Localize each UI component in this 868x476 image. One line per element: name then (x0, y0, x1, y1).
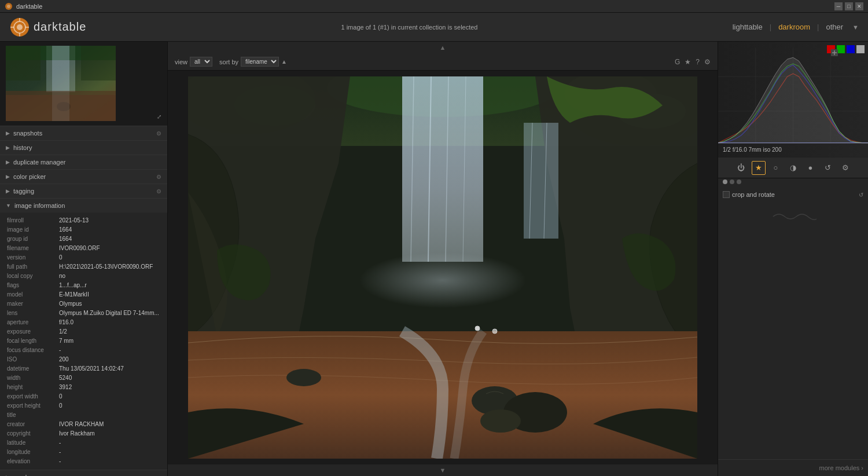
panel-history-header[interactable]: ▶ history (0, 141, 167, 155)
history-label: history (13, 144, 32, 151)
bottom-collapse-arrow[interactable]: ▼ (168, 464, 718, 476)
thumbnail-svg (6, 46, 116, 121)
aperture-label: aperture (6, 318, 58, 327)
darktable-logo (9, 17, 30, 38)
localcopy-value: no (58, 272, 161, 281)
view-control: view all (175, 57, 212, 67)
sort-label: sort by (219, 58, 238, 65)
right-dots-row (718, 178, 868, 185)
app-icon (5, 2, 13, 10)
tagging-settings-icon[interactable]: ⚙ (156, 188, 161, 195)
histogram-channel-buttons (830, 49, 838, 57)
info-row-version: version 0 (6, 253, 161, 262)
filmstrip-star-icon[interactable]: ★ (685, 58, 691, 66)
module-crop-enable[interactable] (723, 191, 730, 198)
imageid-label: image id (6, 225, 58, 235)
svg-point-36 (480, 409, 521, 433)
filmstrip-settings-icon[interactable]: ⚙ (704, 58, 711, 66)
titlebar-controls[interactable]: ─ □ ✕ (834, 2, 863, 10)
maximize-button[interactable]: □ (845, 2, 853, 10)
panel-snapshots-header[interactable]: ▶ snapshots ⚙ (0, 126, 167, 140)
tagging-label: tagging (13, 188, 34, 195)
histogram-svg (718, 42, 868, 158)
tool-settings-button[interactable]: ⚙ (838, 161, 852, 175)
panel-mask-manager: ▶ mask manager (0, 470, 167, 476)
info-row-datetime: datetime Thu 13/05/2021 14:02:47 (6, 364, 161, 374)
close-button[interactable]: ✕ (855, 2, 863, 10)
panel-tagging-header[interactable]: ▶ tagging ⚙ (0, 184, 167, 198)
tool-power-button[interactable]: ⏻ (734, 161, 748, 175)
lens-value: Olympus M.Zuiko Digital ED 7-14mm... (58, 309, 161, 318)
info-row-elevation: elevation - (6, 457, 161, 466)
thumbnail-expand-icon[interactable]: ⤢ (157, 113, 161, 120)
nav-lighttable[interactable]: lighttable (733, 23, 763, 31)
tool-circle2-button[interactable]: ● (804, 161, 818, 175)
titlebar-title: darktable (16, 3, 42, 10)
title-value (58, 411, 161, 420)
more-modules[interactable]: more modules › (718, 459, 868, 476)
maker-label: maker (6, 299, 58, 309)
main-image (188, 76, 697, 459)
filmstrip-help-icon[interactable]: ? (696, 58, 700, 66)
histogram-white-button[interactable] (856, 45, 865, 53)
nav-other[interactable]: other (826, 23, 843, 31)
flags-label: flags (6, 281, 58, 290)
exportheight-label: export height (6, 401, 58, 411)
info-row-filmroll: filmroll 2021-05-13 (6, 216, 161, 225)
topbar-status: 1 image of 1 (#1) in current collection … (341, 24, 477, 31)
tool-halfcircle-button[interactable]: ◑ (786, 161, 800, 175)
width-value: 5240 (58, 374, 161, 383)
tool-circle-button[interactable]: ○ (769, 161, 783, 175)
histogram-blue-button[interactable] (847, 45, 855, 53)
copyright-value: Ivor Rackham (58, 429, 161, 438)
nav-dropdown-arrow[interactable]: ▼ (852, 24, 859, 31)
histogram-overlay (827, 45, 865, 53)
info-row-iso: ISO 200 (6, 355, 161, 364)
datetime-label: datetime (6, 364, 58, 374)
model-label: model (6, 290, 58, 299)
panel-mask-header[interactable]: ▶ mask manager (0, 470, 167, 476)
top-collapse-arrow[interactable]: ▲ (168, 42, 718, 53)
view-select[interactable]: all (190, 57, 212, 67)
histogram-settings-icon[interactable] (830, 49, 838, 57)
snapshots-arrow: ▶ (6, 130, 10, 136)
tool-refresh-button[interactable]: ↺ (821, 161, 835, 175)
info-row-latitude: latitude - (6, 438, 161, 448)
color-picker-settings-icon[interactable]: ⚙ (156, 174, 161, 180)
color-picker-arrow: ▶ (6, 174, 10, 180)
aperture-value: f/16.0 (58, 318, 161, 327)
height-label: height (6, 383, 58, 392)
fullpath-value: H:\2021\2021-05-13\IVOR0090.ORF (58, 262, 161, 272)
copyright-label: copyright (6, 429, 58, 438)
svg-point-15 (57, 102, 71, 111)
iso-label: ISO (6, 355, 58, 364)
nav-darkroom[interactable]: darkroom (778, 23, 810, 31)
tool-star-button[interactable]: ★ (752, 161, 766, 175)
height-value: 3912 (58, 383, 161, 392)
titlebar-left: darktable (5, 2, 42, 10)
filmstrip-grid-icon[interactable]: G (675, 58, 680, 66)
image-viewer (168, 71, 718, 464)
creator-label: creator (6, 420, 58, 429)
snapshots-label: snapshots (13, 130, 42, 137)
module-dot-2 (730, 180, 734, 184)
svg-point-4 (17, 24, 23, 30)
module-crop-reset-icon[interactable]: ↺ (859, 192, 863, 198)
minimize-button[interactable]: ─ (834, 2, 843, 10)
filename-value: IVOR0090.ORF (58, 244, 161, 253)
sort-direction-icon[interactable]: ▲ (281, 58, 287, 65)
panel-color-picker-header[interactable]: ▶ color picker ⚙ (0, 170, 167, 184)
sort-select[interactable]: filename (241, 57, 279, 67)
info-row-height: height 3912 (6, 383, 161, 392)
latitude-label: latitude (6, 438, 58, 448)
model-value: E-M1MarkII (58, 290, 161, 299)
info-row-creator: creator IVOR RACKHAM (6, 420, 161, 429)
sidebar-left: ⤢ ▶ snapshots ⚙ ▶ history (0, 42, 168, 476)
right-toolbar: ⏻ ★ ○ ◑ ● ↺ ⚙ (718, 158, 868, 178)
longitude-value: - (58, 448, 161, 457)
svg-rect-13 (6, 46, 41, 80)
longitude-label: longitude (6, 448, 58, 457)
panel-image-info-header[interactable]: ▼ image information (0, 199, 167, 213)
panel-duplicate-header[interactable]: ▶ duplicate manager (0, 155, 167, 169)
snapshots-settings-icon[interactable]: ⚙ (156, 130, 161, 137)
